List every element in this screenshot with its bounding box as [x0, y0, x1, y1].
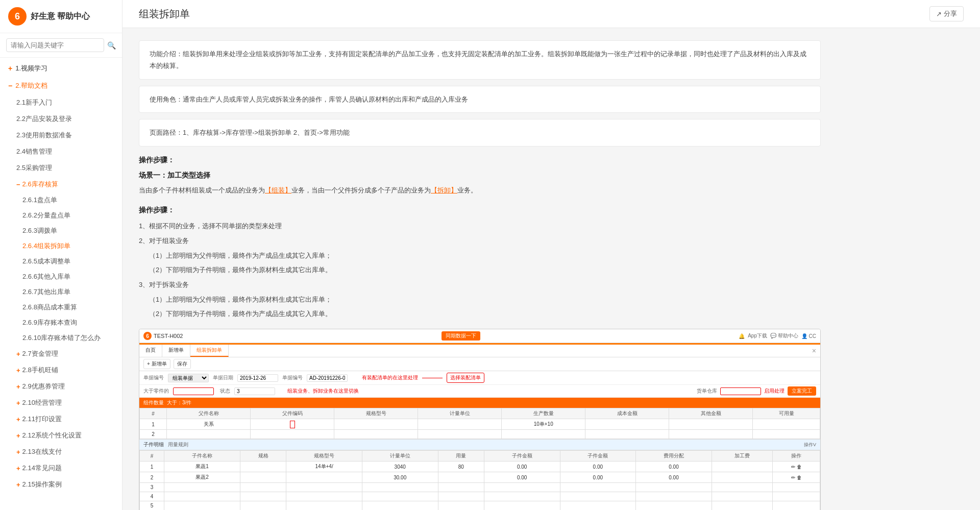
- sim-btn-save[interactable]: 保存: [174, 359, 191, 369]
- plus-icon-2.12: +: [16, 432, 20, 440]
- table-row: 2: [140, 430, 820, 439]
- step3-2: （2）下部明细为子件明细，最终作为产成品生成其它入库单。: [139, 308, 821, 321]
- sim-top-bar: 6 TEST-H002 同期数据一下 🔔 App下载 💬 帮助中心 👤 CC: [139, 329, 820, 343]
- sim-right-icons: 🔔 App下载 💬 帮助中心 👤 CC: [739, 332, 816, 339]
- sim-input-type[interactable]: [173, 387, 214, 395]
- sidebar-item-2.6.3[interactable]: 2.6.3调拨单: [0, 223, 122, 238]
- sidebar-item-2.4[interactable]: 2.4销售管理: [0, 143, 122, 160]
- sim-select-doctype[interactable]: 组装单据 拆卸单据: [168, 374, 209, 382]
- sim-parent-table-wrap: # 父件名称 父件编码 规格型号 计量单位 生产数量 成本金额 其他金额 可用量: [139, 408, 820, 439]
- sidebar-item-2.13[interactable]: + 2.13在线支付: [0, 444, 122, 460]
- sidebar-item-2.8[interactable]: + 2.8手机旺铺: [0, 362, 122, 378]
- sim-input-date[interactable]: [237, 374, 278, 382]
- sidebar-item-2.6.5[interactable]: 2.6.5成本调整单: [0, 254, 122, 269]
- sim-center-bar: 同期数据一下: [187, 331, 734, 341]
- sidebar-item-2.15[interactable]: + 2.15操作案例: [0, 476, 122, 493]
- scenario1-desc: 当由多个子件材料组装成一个成品的业务为【组装】业务，当由一个父件拆分成多个子产品…: [139, 184, 821, 197]
- sidebar-item-2.9[interactable]: + 2.9优惠券管理: [0, 378, 122, 395]
- sim-icon-user: 👤 CC: [801, 333, 816, 339]
- sim-parent-table: # 父件名称 父件编码 规格型号 计量单位 生产数量 成本金额 其他金额 可用量: [139, 408, 820, 439]
- sim-label-warehouse: 货单仓库: [697, 387, 717, 395]
- table-row: 3: [140, 483, 820, 492]
- intro-block-2: 使用角色：通常由生产人员或库管人员完成拆装业务的操作，库管人员确认原材料的出库和…: [139, 86, 821, 113]
- sidebar-item-2.10[interactable]: + 2.10经营管理: [0, 395, 122, 411]
- minus-icon: −: [8, 82, 12, 90]
- sim-col-parent-name: 父件名称: [167, 408, 251, 419]
- sim-section-child-label: 子件明细: [143, 441, 164, 448]
- share-button[interactable]: ↗ 分享: [929, 6, 964, 21]
- sim-tab-new[interactable]: 新增单: [162, 345, 190, 357]
- sim-input-status[interactable]: [234, 387, 275, 395]
- sidebar-item-2.11[interactable]: + 2.11打印设置: [0, 411, 122, 427]
- sim-close-btn[interactable]: ×: [808, 345, 820, 357]
- sidebar-item-2.6.9[interactable]: 2.6.9库存账本查询: [0, 315, 122, 330]
- sidebar-item-2.6.7[interactable]: 2.6.7其他出库单: [0, 284, 122, 300]
- search-button[interactable]: 🔍: [107, 41, 116, 50]
- sidebar-item-2.6.1[interactable]: 2.6.1盘点单: [0, 192, 122, 208]
- sidebar-item-2.1[interactable]: 2.1新手入门: [0, 94, 122, 111]
- plus-icon-2.11: +: [16, 416, 20, 423]
- share-icon: ↗: [936, 10, 942, 18]
- sim-btn-period[interactable]: 同期数据一下: [442, 331, 480, 341]
- plus-icon: +: [8, 64, 12, 72]
- sidebar-item-2.6.10[interactable]: 2.6.10库存账本错了怎么办: [0, 330, 122, 346]
- step-ops-title: 操作步骤：: [139, 206, 821, 215]
- annotation-line1: [422, 378, 443, 378]
- sidebar-item-2.2[interactable]: 2.2产品安装及登录: [0, 111, 122, 127]
- sim-btn-complete[interactable]: 立案完工: [788, 386, 816, 396]
- sim-tabs: 自页 新增单 组装拆卸单 ×: [139, 345, 820, 357]
- sim-btn-select-bom[interactable]: 选择装配清单: [447, 373, 484, 383]
- sim-section-parent-label: 组件数量: [143, 399, 164, 406]
- sim-input-no[interactable]: [307, 374, 348, 382]
- sim-label-status2: 状态: [220, 387, 230, 395]
- step3-1: （1）上部明细为父件明细，最终作为原材料生成其它出库单；: [139, 294, 821, 306]
- intro-block-3: 页面路径：1、库存核算->库存管理->组装拆卸单 2、首页->常用功能: [139, 119, 821, 146]
- top-bar: 组装拆卸单 ↗ 分享: [122, 0, 980, 28]
- sim-system-name: TEST-H002: [154, 333, 183, 339]
- sim-tab-home[interactable]: 自页: [139, 345, 162, 357]
- table-row: 1 果蔬1 14单+4/ 3040 80 0.00 0.00 0.00 ✏ 🗑: [140, 462, 820, 472]
- sim-label-no: 单据编号: [282, 374, 303, 381]
- nav-section: + 1.视频学习 − 2.帮助文档 2.1新手入门 2.2产品安装及登录 2.3…: [0, 58, 122, 495]
- sim-label-status: 大于零件的: [143, 387, 169, 395]
- main-content: 组装拆卸单 ↗ 分享 功能介绍：组装拆卸单用来处理企业组装或拆卸等加工业务，支持…: [122, 0, 980, 510]
- sidebar-item-2.6.4[interactable]: 2.6.4组装拆卸单: [0, 238, 122, 254]
- annotation-assembly-list: 有装配清单的在这里处理: [362, 374, 418, 381]
- sim-child-table: # 子件名称 规格 规格型号 计量单位 用量 子件金额 子件金额 费用分配 加工…: [139, 450, 820, 510]
- sim-red-cell: [290, 421, 295, 428]
- sidebar-item-2.12[interactable]: + 2.12系统个性化设置: [0, 427, 122, 444]
- sidebar-item-2.5[interactable]: 2.5采购管理: [0, 160, 122, 176]
- sim-icon-app: App下载: [748, 332, 767, 339]
- sidebar-item-docs[interactable]: − 2.帮助文档: [0, 77, 122, 94]
- sidebar-item-2.6.8[interactable]: 2.6.8商品成本重算: [0, 300, 122, 315]
- minus-icon-2.6: −: [16, 181, 20, 188]
- sim-form-row2: 大于零件的 状态 组装业务、拆卸业务在这里切换 货单仓库 启用处理 立案完工: [139, 385, 820, 398]
- steps-title: 操作步骤：: [139, 156, 821, 165]
- sim-input-warehouse[interactable]: [720, 387, 761, 395]
- plus-icon-2.8: +: [16, 367, 20, 374]
- sidebar-item-2.3[interactable]: 2.3使用前数据准备: [0, 127, 122, 143]
- sidebar-item-2.6.2[interactable]: 2.6.2分量盘点单: [0, 208, 122, 223]
- sim-tab-assembly[interactable]: 组装拆卸单: [190, 345, 229, 357]
- page-title: 组装拆卸单: [139, 7, 190, 21]
- sidebar-item-video[interactable]: + 1.视频学习: [0, 60, 122, 77]
- step2: 2、对于组装业务: [139, 235, 821, 248]
- sim-btn-new-doc[interactable]: + 新增单: [143, 359, 170, 369]
- sim-logo-icon: 6: [143, 332, 152, 340]
- sidebar-item-2.7[interactable]: + 2.7资金管理: [0, 346, 122, 362]
- sidebar-item-2.6[interactable]: − 2.6库存核算: [0, 176, 122, 192]
- sim-toolbar: + 新增单 保存: [139, 357, 820, 371]
- sim-icon-bell: 🔔: [739, 333, 745, 339]
- search-box: 🔍: [0, 33, 122, 58]
- sidebar-item-2.6.6[interactable]: 2.6.6其他入库单: [0, 269, 122, 284]
- table-row: 1 关系 10单+10: [140, 419, 820, 430]
- sim-label-doctype: 单据编号: [143, 374, 164, 381]
- sim-child-right: 操作V: [804, 442, 816, 448]
- step2-1: （1）上部明细为父件明细，最终作为产成品生成其它入库单；: [139, 250, 821, 262]
- search-input[interactable]: [6, 38, 104, 52]
- sim-col-parent-code: 父件编码: [251, 408, 334, 419]
- sidebar-item-2.14[interactable]: + 2.14常见问题: [0, 460, 122, 476]
- sim-logo: 6 TEST-H002: [143, 332, 183, 340]
- plus-icon-2.9: +: [16, 383, 20, 391]
- plus-icon-2.15: +: [16, 481, 20, 489]
